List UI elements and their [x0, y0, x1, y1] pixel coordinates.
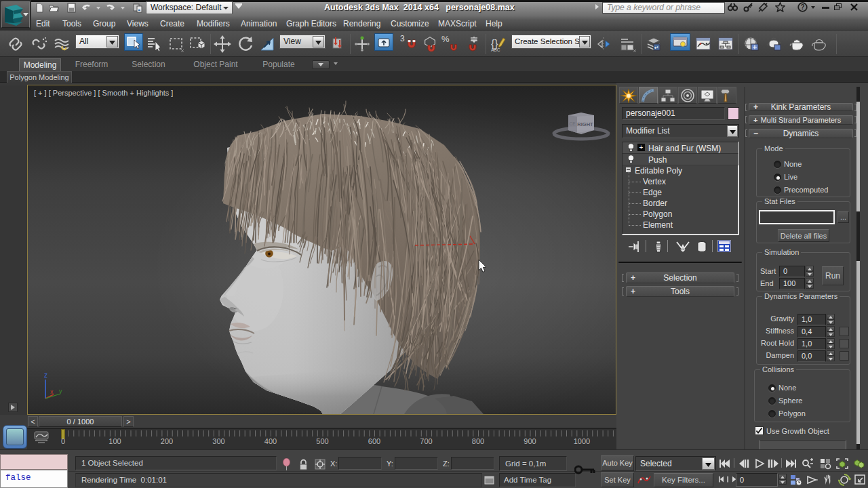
- svg-text:CE: CE: [569, 121, 576, 126]
- svg-text:z: z: [44, 371, 47, 379]
- svg-text:↵: ↵: [654, 45, 659, 51]
- svg-text:RIGHT: RIGHT: [577, 121, 593, 127]
- svg-text:x: x: [50, 388, 54, 395]
- svg-text:y: y: [59, 388, 62, 394]
- svg-text:?: ?: [800, 3, 804, 11]
